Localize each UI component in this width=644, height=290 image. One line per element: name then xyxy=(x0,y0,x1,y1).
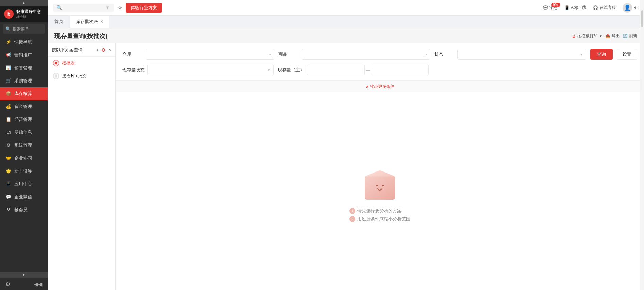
finance-icon: 💰 xyxy=(5,104,12,110)
body-layout: 按以下方案查询 + ⚙ « 按批次 xyxy=(48,43,644,290)
box-eye-left xyxy=(376,185,378,186)
sidebar-scroll-up[interactable]: ▲ xyxy=(0,0,48,6)
tip-num-2: 2 xyxy=(349,216,355,222)
settings-footer-icon[interactable]: ⚙ xyxy=(5,281,10,287)
sidebar-scroll-down[interactable]: ▼ xyxy=(0,272,48,278)
sidebar-header: b 畅康通好生意 标准版 xyxy=(0,6,48,22)
collapse-panel-icon[interactable]: « xyxy=(108,47,111,53)
sidebar-item-purchase[interactable]: 🛒 采购管理 xyxy=(0,74,48,87)
experience-btn[interactable]: 体验行业方案 xyxy=(126,3,162,13)
stock-main-to xyxy=(372,65,429,75)
topbar-search-icon: 🔍 xyxy=(56,5,62,10)
message-icon: 💬 xyxy=(543,5,548,10)
scrollbar-thumb xyxy=(641,10,643,27)
collapse-label: 收起更多条件 xyxy=(370,84,394,89)
scheme-radio-active xyxy=(53,60,59,66)
print-btn[interactable]: 🖨 按模板打印 ▼ xyxy=(572,33,603,39)
tab-close-icon[interactable]: ✕ xyxy=(100,19,103,24)
scheme-label: 按批次 xyxy=(62,60,75,66)
avatar-icon: 👤 xyxy=(624,4,631,11)
refresh-btn[interactable]: 🔄 刷新 xyxy=(623,33,637,39)
sidebar-nav: ⚡ 快捷导航 📢 营销推广 📊 销售管理 🛒 采购管理 📦 库存核算 💰 资金管… xyxy=(0,36,48,272)
status-select-wrap: 全部 正常 禁用 ▼ xyxy=(457,49,586,60)
sidebar-item-label: 系统管理 xyxy=(14,142,32,148)
collapse-more-btn[interactable]: ∧ 收起更多条件 xyxy=(116,80,644,92)
sales-icon: 📊 xyxy=(5,65,12,71)
query-btn[interactable]: 查询 xyxy=(590,49,613,60)
print-label: 按模板打印 xyxy=(577,33,598,39)
collapse-sidebar-icon[interactable]: ◀◀ xyxy=(34,281,42,287)
filter-row-1: 仓库 ··· 商品 ··· xyxy=(122,49,637,60)
sidebar-item-label: 企业微信 xyxy=(14,194,32,200)
filter-group-warehouse: 仓库 ··· xyxy=(122,49,274,60)
purchase-icon: 🛒 xyxy=(5,78,12,84)
topbar-search-area[interactable]: 🔍 ▼ xyxy=(53,4,114,12)
system-icon: ⚙ xyxy=(5,142,12,148)
sidebar-item-business[interactable]: 📋 经营管理 xyxy=(0,113,48,126)
topbar-search-input[interactable] xyxy=(63,5,104,10)
stock-main-from-input[interactable] xyxy=(310,68,361,72)
app-logo: b xyxy=(4,9,14,19)
stock-status-dropdown-arrow: ▼ xyxy=(267,68,271,72)
tip-text-1: 请先选择要分析的方案 xyxy=(357,208,402,214)
online-service-btn[interactable]: 🎧 在线客服 xyxy=(593,5,616,11)
svg-point-0 xyxy=(55,62,57,64)
scheme-settings-icon[interactable]: ⚙ xyxy=(101,47,106,53)
sidebar-item-label: 经营管理 xyxy=(14,116,32,123)
warehouse-input[interactable] xyxy=(149,52,267,57)
tab-inventory-batch-label: 库存批次账 xyxy=(76,19,98,25)
tab-inventory-batch[interactable]: 库存批次账 ✕ xyxy=(70,16,109,28)
warehouse-ellipsis-btn[interactable]: ··· xyxy=(267,52,271,57)
product-input[interactable] xyxy=(305,52,423,57)
topbar-dropdown-icon[interactable]: ▼ xyxy=(105,5,110,10)
sidebar-item-label: 畅会员 xyxy=(14,207,28,213)
print-icon: 🖨 xyxy=(572,34,576,38)
tab-home[interactable]: 首页 xyxy=(48,16,70,28)
sidebar-item-basic[interactable]: 🗂 基础信息 xyxy=(0,126,48,139)
messages-btn[interactable]: 💬 消息 99+ xyxy=(543,5,558,11)
sidebar-item-system[interactable]: ⚙ 系统管理 xyxy=(0,139,48,152)
box-flap xyxy=(365,170,395,177)
scheme-radio-inactive xyxy=(53,73,59,79)
filter-row-2: 现存量状态 ▼ 现存量（主） xyxy=(122,65,637,75)
right-scrollbar[interactable] xyxy=(640,0,644,290)
sidebar-search[interactable]: 🔍 搜索菜单 xyxy=(3,24,45,34)
sidebar-item-enterprise-wechat[interactable]: 💬 企业微信 xyxy=(0,191,48,203)
user-profile-btn[interactable]: 👤 Rit xyxy=(623,3,639,13)
stock-status-select[interactable] xyxy=(150,68,271,72)
product-ellipsis-btn[interactable]: ··· xyxy=(423,52,427,57)
sidebar-item-quick-nav[interactable]: ⚡ 快捷导航 xyxy=(0,36,48,49)
sidebar-item-marketing[interactable]: 📢 营销推广 xyxy=(0,49,48,61)
app-center-icon: 📱 xyxy=(5,181,12,187)
sidebar-item-enterprise[interactable]: 🤝 企业协同 xyxy=(0,152,48,165)
stock-main-label: 现存量（主） xyxy=(278,67,304,73)
sidebar-item-vip[interactable]: V 畅会员 xyxy=(0,203,48,216)
add-scheme-icon[interactable]: + xyxy=(96,47,99,53)
sidebar-item-finance[interactable]: 💰 资金管理 xyxy=(0,100,48,113)
print-dropdown-icon[interactable]: ▼ xyxy=(599,34,603,38)
vip-icon: V xyxy=(5,207,12,213)
filter-group-stock-status: 现存量状态 ▼ xyxy=(122,65,274,75)
status-select[interactable]: 全部 正常 禁用 xyxy=(460,52,583,57)
settings-btn[interactable]: 设置 xyxy=(617,49,637,60)
sidebar-item-newbie[interactable]: 🌟 新手引导 xyxy=(0,165,48,178)
export-btn[interactable]: 📤 导出 xyxy=(605,33,620,39)
sidebar-item-label: 销售管理 xyxy=(14,65,32,71)
scheme-item-by-batch[interactable]: 按批次 xyxy=(48,57,115,70)
business-icon: 📋 xyxy=(5,116,12,123)
page-header: 现存量查询(按批次) 🖨 按模板打印 ▼ 📤 导出 🔄 刷新 xyxy=(48,28,644,43)
newbie-icon: 🌟 xyxy=(5,168,12,174)
sidebar-item-app-center[interactable]: 📱 应用中心 xyxy=(0,178,48,191)
sidebar-item-label: 营销推广 xyxy=(14,52,32,58)
collapse-arrow-icon: ∧ xyxy=(366,84,369,89)
stock-main-to-input[interactable] xyxy=(375,68,426,72)
sidebar-item-label: 企业协同 xyxy=(14,155,32,161)
scheme-item-by-warehouse-batch[interactable]: 按仓库+批次 xyxy=(48,70,115,83)
sidebar-item-label: 基础信息 xyxy=(14,129,32,135)
topbar-gear-icon[interactable]: ⚙ xyxy=(118,4,122,11)
range-dash: — xyxy=(365,68,372,73)
search-menu-label: 搜索菜单 xyxy=(13,26,29,32)
sidebar-item-sales[interactable]: 📊 销售管理 xyxy=(0,61,48,74)
app-download-btn[interactable]: 📱 App下载 xyxy=(564,5,586,11)
sidebar-item-inventory[interactable]: 📦 库存核算 xyxy=(0,87,48,100)
